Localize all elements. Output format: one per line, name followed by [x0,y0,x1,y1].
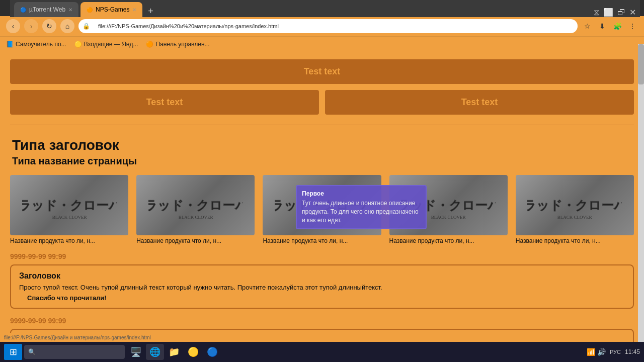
download-icon[interactable]: ⬇ [597,21,608,32]
back-button[interactable]: ‹ [6,19,20,33]
post-header-1: Заголовок [19,272,625,281]
svg-text:BLACK CLOVER: BLACK CLOVER [178,215,213,220]
product-image-2: ブラッド・クローバー BLACK CLOVER [136,175,255,235]
window-buttons: ⧖ ⬜ 🗗 ✕ [594,8,636,17]
browser-chrome: 🔵 µTorrent Web ✕ 🟠 NPS-Games ✕ + ⧖ ⬜ 🗗 ✕… [0,0,644,51]
taskbar-icon-2: 🌐 [149,346,160,357]
svg-text:ブラッド・クローバー: ブラッド・クローバー [527,198,622,212]
post-block-1: Заголовок Просто тупой текст. Очень тупо… [10,264,634,309]
taskbar-icon-5: 🔵 [207,346,218,357]
svg-text:BLACK CLOVER: BLACK CLOVER [557,215,592,220]
product-name-2: Название продукта что ли, н... [136,237,255,244]
start-button[interactable]: ⊞ [4,344,22,360]
close-icon[interactable]: ✕ [132,7,136,13]
product-logo-2: ブラッド・クローバー BLACK CLOVER [136,175,255,235]
security-icon: 🔒 [83,23,90,30]
post-date-1: 9999-99-99 99:99 [10,252,634,260]
section-title: Типа заголовок [10,137,634,153]
bookmark-item-1[interactable]: 📘 Самоучитель по... [6,41,66,48]
reload-button[interactable]: ↻ [42,19,56,33]
product-logo-5: ブラッド・クローバー BLACK CLOVER [516,175,634,235]
taskbar-items: 🖥️ 🌐 📁 🟡 🔵 [127,344,221,360]
tab-utorrent[interactable]: 🔵 µTorrent Web ✕ [14,2,78,17]
product-image-5: ブラッド・クローバー BLACK CLOVER [516,175,634,235]
taskbar-item-3[interactable]: 📁 [165,344,183,360]
products-row: ブラッド・クローバー BLACK CLOVER Название продукт… [10,175,634,244]
svg-text:BLACK CLOVER: BLACK CLOVER [52,215,87,220]
product-card-5[interactable]: ブラッド・クローバー BLACK CLOVER Название продукт… [516,175,634,244]
bookmark-icon[interactable]: ☆ [582,21,593,32]
product-card-3[interactable]: ブラッド・クローバー BLACK CLOVER Название продукт… [263,175,381,244]
minimize-button[interactable]: ⧖ [594,8,599,17]
product-name-5: Название продукта что ли, н... [516,237,634,244]
restore-button[interactable]: 🗗 [617,8,625,17]
bookmark-label-2: Входящие — Янд... [84,41,138,48]
product-tooltip: Первое Тут очень длинное и понятное опис… [296,185,427,229]
bookmark-label-3: Панель управлен... [155,41,209,48]
product-name-1: Название продукта что ли, н... [10,237,128,244]
sys-icons: 📶 🔊 [587,348,606,356]
post-text-1: Просто тупой текст. Очень тупой длинный … [19,284,625,291]
address-input[interactable] [92,19,574,33]
new-tab-button[interactable]: + [144,5,156,17]
taskbar-icon-1: 🖥️ [130,346,141,357]
section-heading: Типа заголовок Типа название страницы [10,137,634,167]
tab-nps-games[interactable]: 🟠 NPS-Games ✕ [80,2,142,17]
tab-favicon-nps: 🟠 [87,7,93,13]
close-icon[interactable]: ✕ [68,7,72,13]
product-name-4: Название продукта что ли, н... [389,237,508,244]
taskbar-search[interactable]: 🔍 [24,345,125,359]
post-date-2: 9999-99-99 99:99 [10,317,634,325]
title-bar: 🔵 µTorrent Web ✕ 🟠 NPS-Games ✕ + ⧖ ⬜ 🗗 ✕ [0,0,644,16]
bookmark-item-3[interactable]: 🟠 Панель управлен... [146,41,209,48]
svg-text:ブラッド・クローバー: ブラッド・クローバー [148,198,243,212]
taskbar-item-2[interactable]: 🌐 [146,344,164,360]
tab-favicon-utorrent: 🔵 [20,7,26,13]
forward-button[interactable]: › [24,19,38,33]
bookmark-favicon-2: 🟡 [74,41,82,48]
taskbar-icon-3: 📁 [169,346,180,357]
section-subtitle: Типа название страницы [10,155,634,167]
bookmark-favicon-3: 🟠 [146,41,153,48]
expand-button[interactable]: ⬜ [603,8,613,17]
bookmark-item-2[interactable]: 🟡 Входящие — Янд... [74,41,138,48]
address-bar-container: 🔒 [78,19,578,33]
home-button[interactable]: ⌂ [60,19,74,33]
tooltip-text: Тут очень длинное и понятное описание пр… [302,199,421,224]
taskbar-item-4[interactable]: 🟡 [184,344,202,360]
tooltip-title: Первое [302,190,421,197]
scrollbar-thumb[interactable] [638,44,644,84]
top-full-button[interactable]: Test text [10,59,634,84]
svg-text:BLACK CLOVER: BLACK CLOVER [431,215,466,220]
section-divider [10,125,634,125]
close-window-button[interactable]: ✕ [629,8,636,17]
mid-left-button[interactable]: Test text [10,90,319,115]
speaker-icon: 🔊 [597,348,606,356]
taskbar-time: 11:45 [625,348,640,355]
extensions-icon[interactable]: 🧩 [612,21,623,32]
product-card-1[interactable]: ブラッド・クローバー BLACK CLOVER Название продукт… [10,175,128,244]
taskbar: ⊞ 🔍 🖥️ 🌐 📁 🟡 🔵 📶 🔊 РУС 11:45 [0,342,644,362]
taskbar-icon-4: 🟡 [188,346,199,357]
taskbar-item-5[interactable]: 🔵 [203,344,221,360]
taskbar-item-1[interactable]: 🖥️ [127,344,145,360]
product-image-1: ブラッド・クローバー BLACK CLOVER [10,175,128,235]
status-bar: file:///F:/NPS-Games/Дизайн и материалы/… [0,333,201,342]
tab-label-utorrent: µTorrent Web [29,6,65,13]
mid-right-button[interactable]: Test text [325,90,634,115]
tabs-bar: 🔵 µTorrent Web ✕ 🟠 NPS-Games ✕ + ⧖ ⬜ 🗗 ✕ [10,0,640,17]
status-url: file:///F:/NPS-Games/Дизайн и материалы/… [4,335,151,340]
bookmark-label-1: Самоучитель по... [16,41,66,48]
product-card-2[interactable]: ブラッド・クローバー BLACK CLOVER Название продукт… [136,175,255,244]
post-thanks-1: Спасибо что прочитали! [19,294,625,302]
search-icon: 🔍 [28,348,36,355]
address-bar: ‹ › ↻ ⌂ 🔒 ☆ ⬇ 🧩 ⋮ [0,16,644,36]
scrollbar-track [638,44,644,342]
tab-label-nps: NPS-Games [96,6,129,13]
taskbar-sys: 📶 🔊 РУС 11:45 [587,348,640,356]
half-buttons-row: Test text Test text [10,90,634,115]
bookmarks-bar: 📘 Самоучитель по... 🟡 Входящие — Янд... … [0,36,644,51]
product-name-3: Название продукта что ли, н... [263,237,381,244]
network-icon: 📶 [587,348,595,356]
menu-icon[interactable]: ⋮ [627,21,638,32]
